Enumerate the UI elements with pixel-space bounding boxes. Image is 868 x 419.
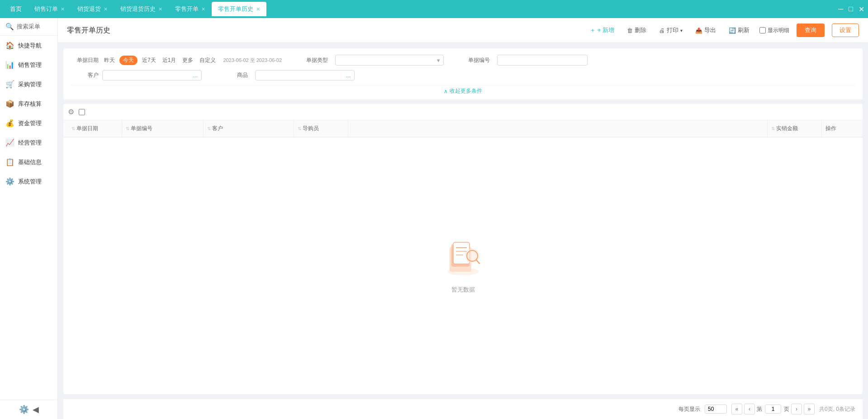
close-icon[interactable]: ✕: [104, 6, 108, 12]
query-button[interactable]: 查询: [797, 24, 825, 37]
type-select-wrap: [335, 55, 444, 66]
first-page-button[interactable]: «: [731, 404, 742, 414]
table-header: ⇅ 单据日期 ⇅ 单据编号 ⇅ 客户 ⇅ 导购员 ⇅ 实销: [63, 120, 863, 137]
sidebar-item-inventory[interactable]: 📦 库存核算: [0, 94, 57, 113]
display-detail-checkbox[interactable]: [759, 27, 766, 33]
date-opt-1month[interactable]: 近1月: [161, 56, 178, 65]
tab-bar: 首页 销售订单 ✕ 销货退货 ✕ 销货退货历史 ✕ 零售开单 ✕ 零售开单历史 …: [0, 0, 868, 18]
search-label: 搜索采单: [17, 23, 40, 31]
tab-label: 销货退货: [77, 5, 101, 13]
settings-bottom-icon[interactable]: ⚙️: [19, 405, 29, 414]
nav-label: 采购管理: [18, 80, 42, 89]
delete-button[interactable]: 🗑 删除: [624, 24, 649, 36]
page-info: 第 页: [757, 405, 789, 414]
setting-button[interactable]: 设置: [832, 24, 859, 37]
finance-icon: 💰: [5, 119, 14, 127]
sort-icon[interactable]: ⇅: [298, 126, 301, 131]
sidebar-bottom: ⚙️ ◀: [0, 400, 57, 419]
collapse-label: 收起更多条件: [450, 87, 482, 95]
sidebar-search[interactable]: 🔍 搜索采单: [0, 18, 57, 36]
date-opt-7days[interactable]: 近7天: [140, 56, 158, 65]
th-customer: ⇅ 客户: [204, 120, 294, 137]
th-no: ⇅ 单据编号: [122, 120, 204, 137]
close-icon[interactable]: ✕: [201, 6, 205, 12]
table-settings-icon[interactable]: ⚙: [68, 108, 74, 116]
th-guide-label: 导购员: [303, 125, 319, 132]
minimize-icon[interactable]: ─: [838, 5, 843, 14]
toolbar: ＋ + 新增 🗑 删除 🖨 打印 ▾ 📤 导出 🔄: [587, 24, 859, 37]
export-button[interactable]: 📤 导出: [693, 24, 719, 36]
add-label: + 新增: [598, 26, 614, 34]
close-icon[interactable]: ✕: [61, 6, 65, 12]
sidebar-item-purchase[interactable]: 🛒 采购管理: [0, 75, 57, 94]
search-icon: 🔍: [5, 23, 14, 31]
tab-retail-order-history[interactable]: 零售开单历史 ✕: [212, 2, 266, 16]
date-opt-yesterday[interactable]: 昨天: [102, 56, 117, 65]
collapse-sidebar-icon[interactable]: ◀: [33, 405, 39, 414]
add-button[interactable]: ＋ + 新增: [587, 24, 617, 36]
sort-icon[interactable]: ⇅: [71, 126, 75, 131]
customer-ellipsis-icon[interactable]: ...: [193, 72, 198, 79]
display-label: 显示明细: [768, 27, 789, 34]
refresh-button[interactable]: 🔄 刷新: [726, 24, 752, 36]
tab-label: 销货退货历史: [120, 5, 156, 13]
sidebar-item-finance[interactable]: 💰 资金管理: [0, 113, 57, 133]
display-detail-toggle[interactable]: 显示明细: [759, 27, 789, 34]
refresh-icon: 🔄: [729, 27, 736, 34]
sidebar-item-quick-nav[interactable]: 🏠 快捷导航: [0, 36, 57, 55]
sort-icon[interactable]: ⇅: [126, 126, 129, 131]
tab-sales-return[interactable]: 销货退货 ✕: [71, 2, 114, 16]
tab-label: 零售开单历史: [218, 5, 253, 13]
goods-ellipsis-icon[interactable]: ...: [346, 72, 351, 79]
type-select[interactable]: [335, 55, 444, 66]
sidebar: 🔍 搜索采单 🏠 快捷导航 📊 销售管理 🛒 采购管理 📦 库存核算 💰: [0, 18, 58, 419]
sidebar-item-sales[interactable]: 📊 销售管理: [0, 55, 57, 75]
tab-retail-order[interactable]: 零售开单 ✕: [169, 2, 212, 16]
maximize-icon[interactable]: □: [849, 5, 853, 14]
customer-filter-label: 客户: [71, 71, 102, 79]
page-nav: « ‹ 第 页 › »: [731, 404, 815, 414]
window-close-icon[interactable]: ✕: [859, 5, 864, 14]
date-opt-more[interactable]: 更多: [180, 56, 195, 65]
inventory-icon: 📦: [5, 99, 14, 108]
sidebar-item-basic[interactable]: 📋 基础信息: [0, 152, 57, 172]
sort-icon[interactable]: ⇅: [207, 126, 211, 131]
next-page-button[interactable]: ›: [791, 404, 802, 414]
select-all-checkbox[interactable]: [79, 109, 85, 115]
date-opt-today[interactable]: 今天: [119, 56, 138, 65]
chevron-up-icon: ∧: [444, 88, 448, 94]
system-icon: ⚙️: [5, 177, 14, 186]
sidebar-item-operation[interactable]: 📈 经营管理: [0, 133, 57, 152]
no-input[interactable]: [497, 55, 588, 66]
last-page-button[interactable]: »: [804, 404, 815, 414]
basic-icon: 📋: [5, 158, 14, 166]
delete-icon: 🗑: [627, 27, 633, 34]
prev-page-button[interactable]: ‹: [744, 404, 755, 414]
close-icon[interactable]: ✕: [256, 6, 260, 12]
date-opt-custom[interactable]: 自定义: [198, 56, 218, 65]
tab-sales-return-history[interactable]: 销货退货历史 ✕: [114, 2, 169, 16]
home-icon: 🏠: [5, 41, 14, 50]
goods-input[interactable]: [259, 72, 344, 79]
operation-icon: 📈: [5, 138, 14, 147]
per-page-select[interactable]: 50 100: [705, 405, 727, 414]
print-button[interactable]: 🖨 打印 ▾: [656, 24, 685, 36]
table-toolbar: ⚙: [63, 104, 863, 120]
page-number-input[interactable]: [765, 405, 781, 414]
customer-input[interactable]: [106, 72, 191, 79]
tab-sales-order[interactable]: 销售订单 ✕: [28, 2, 71, 16]
th-guide: ⇅ 导购员: [294, 120, 348, 137]
print-icon: 🖨: [659, 27, 665, 34]
window-controls: ─ □ ✕: [838, 5, 864, 14]
page-word: 第: [757, 405, 762, 413]
page-of: 页: [784, 405, 789, 413]
refresh-label: 刷新: [738, 26, 749, 34]
sidebar-item-system[interactable]: ⚙️ 系统管理: [0, 172, 57, 191]
collapse-filter-btn[interactable]: ∧ 收起更多条件: [71, 85, 855, 96]
sort-icon[interactable]: ⇅: [771, 126, 775, 131]
close-icon[interactable]: ✕: [158, 6, 162, 12]
th-date-label: 单据日期: [76, 125, 98, 132]
th-customer-label: 客户: [212, 125, 223, 132]
date-range-text: 2023-06-02 至 2023-06-02: [223, 57, 282, 64]
tab-home[interactable]: 首页: [4, 2, 28, 16]
